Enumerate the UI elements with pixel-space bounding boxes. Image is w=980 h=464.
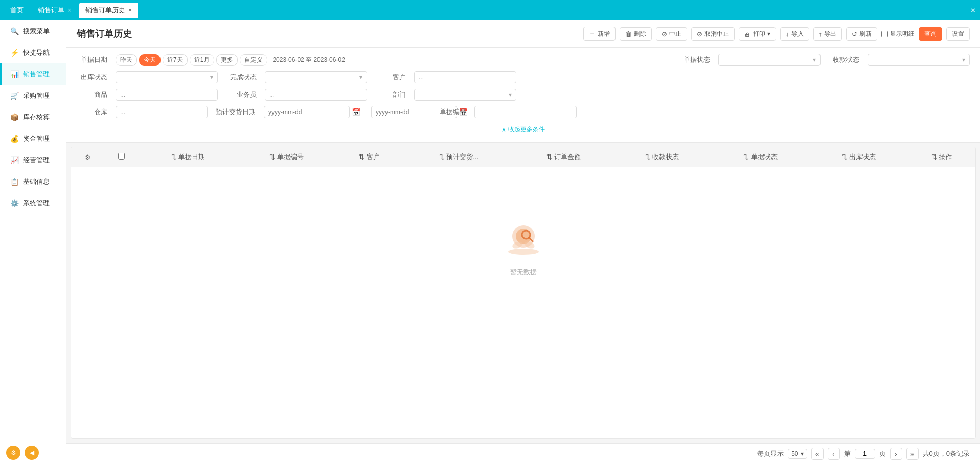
delivery-date-from-input[interactable] — [264, 106, 350, 118]
warehouse-select[interactable]: ... — [116, 106, 208, 118]
first-page-btn[interactable]: « — [811, 448, 824, 460]
first-page-icon: « — [815, 450, 819, 458]
sidebar-label-sales-mgmt: 销售管理 — [23, 70, 50, 79]
tab-home[interactable]: 首页 — [4, 3, 30, 18]
tab-label-home: 首页 — [10, 6, 24, 15]
date-btn-today[interactable]: 今天 — [139, 54, 161, 66]
select-all-checkbox[interactable] — [118, 153, 125, 160]
th-label-delivery-date: ⇅ 预计交货... — [439, 153, 478, 161]
query-button[interactable]: 查询 — [919, 27, 942, 41]
settings-button[interactable]: 设置 — [946, 27, 970, 41]
toolbar-btn-icon-import: ↓ — [786, 30, 789, 38]
sidebar-icon-purchase-mgmt: 🛒 — [10, 91, 19, 100]
toolbar-btn-print[interactable]: 🖨打印▾ — [739, 27, 776, 41]
out-status-select[interactable]: ▾ — [116, 71, 218, 83]
sidebar-label-quick-nav: 快捷导航 — [23, 48, 50, 57]
th-order-amount: ⇅ 订单金额 — [514, 147, 612, 167]
sidebar-item-finance[interactable]: 💰 资金管理 — [0, 128, 66, 149]
date-btn-last7days[interactable]: 近7天 — [163, 54, 188, 66]
complete-status-label: 完成状态 — [226, 73, 257, 82]
tab-sales-order[interactable]: 销售订单× — [32, 3, 77, 18]
close-window-icon[interactable]: ✕ — [970, 7, 976, 14]
page-title-row: 销售订单历史 ＋新增🗑删除⊘中止⊘取消中止🖨打印▾↓导入↑导出↺刷新 显示明细 … — [77, 27, 970, 41]
out-status-label: 出库状态 — [77, 73, 107, 82]
th-settings[interactable]: ⚙ — [71, 147, 104, 167]
collapse-text: 收起更多条件 — [508, 125, 545, 134]
toolbar-btn-label-refresh: 刷新 — [859, 30, 872, 38]
page-label-prefix: 第 — [844, 449, 851, 458]
table-container: ⚙⇅ 单据日期⇅ 单据编号⇅ 客户⇅ 预计交货...⇅ 订单金额⇅ 收款状态⇅ … — [71, 147, 976, 439]
toolbar-btn-stop[interactable]: ⊘中止 — [656, 27, 687, 41]
sidebar-item-search-menu[interactable]: 🔍 搜索菜单 — [0, 20, 66, 42]
per-page-select[interactable]: 50 ▾ — [788, 449, 807, 459]
toolbar: ＋新增🗑删除⊘中止⊘取消中止🖨打印▾↓导入↑导出↺刷新 显示明细 查询设置 — [583, 27, 970, 41]
prev-page-btn[interactable]: ‹ — [828, 448, 840, 460]
th-out-status: ⇅ 出库状态 — [810, 147, 908, 167]
sidebar-item-purchase-mgmt[interactable]: 🛒 采购管理 — [0, 85, 66, 106]
last-page-btn[interactable]: » — [906, 448, 919, 460]
page-title: 销售订单历史 — [77, 28, 132, 40]
bill-no-input[interactable] — [474, 106, 577, 118]
department-select[interactable]: ▾ — [414, 89, 516, 101]
collapse-btn[interactable]: ∧ 收起更多条件 — [77, 123, 970, 136]
sidebar-item-operations[interactable]: 📈 经营管理 — [0, 149, 66, 171]
date-btn-last1month[interactable]: 近1月 — [190, 54, 215, 66]
date-label: 单据日期 — [77, 55, 107, 64]
sidebar-item-basic-info[interactable]: 📋 基础信息 — [0, 171, 66, 192]
date-btn-group: 昨天今天近7天近1月更多自定义 — [116, 54, 267, 66]
complete-status-arrow-icon: ▾ — [359, 74, 362, 81]
toolbar-btn-icon-print: 🖨 — [744, 30, 751, 38]
display-detail-label[interactable]: 显示明细 — [881, 30, 915, 38]
receipt-status-select[interactable]: ▾ — [868, 54, 970, 66]
last-page-icon: » — [910, 450, 914, 458]
customer-label: 客户 — [375, 73, 406, 82]
filter-row-4: 仓库 ... 预计交货日期 📅 — 📅 单据编号 — [77, 106, 970, 118]
table-header-row: ⚙⇅ 单据日期⇅ 单据编号⇅ 客户⇅ 预计交货...⇅ 订单金额⇅ 收款状态⇅ … — [71, 147, 975, 167]
customer-placeholder: ... — [419, 74, 424, 81]
customer-select[interactable]: ... — [414, 71, 516, 83]
display-detail-checkbox[interactable] — [881, 31, 888, 37]
sidebar-collapse-icon[interactable]: ◀ — [25, 446, 39, 460]
toolbar-btn-import[interactable]: ↓导入 — [780, 27, 809, 41]
salesperson-select[interactable]: ... — [265, 89, 367, 101]
date-btn-more[interactable]: 更多 — [216, 54, 238, 66]
toolbar-btn-cancel-stop[interactable]: ⊘取消中止 — [691, 27, 735, 41]
delivery-date-from-calendar-icon[interactable]: 📅 — [352, 108, 360, 116]
sidebar-icon-system-mgmt: ⚙️ — [10, 198, 19, 208]
sidebar-item-sales-mgmt[interactable]: 📊 销售管理 — [0, 63, 66, 85]
tab-label-sales-order-history: 销售订单历史 — [85, 6, 125, 15]
date-btn-yesterday[interactable]: 昨天 — [116, 54, 137, 66]
collapse-icon: ∧ — [502, 126, 506, 134]
sidebar-item-system-mgmt[interactable]: ⚙️ 系统管理 — [0, 192, 66, 214]
page-number-input[interactable] — [855, 449, 875, 459]
toolbar-btn-label-stop: 中止 — [669, 30, 681, 38]
date-btn-custom[interactable]: 自定义 — [240, 54, 267, 66]
th-check[interactable] — [104, 147, 139, 167]
complete-status-select[interactable]: ▾ — [265, 71, 367, 83]
th-label-receipt-status: ⇅ 收款状态 — [645, 153, 679, 161]
toolbar-btn-refresh[interactable]: ↺刷新 — [846, 27, 877, 41]
tab-sales-order-history[interactable]: 销售订单历史× — [79, 3, 138, 18]
toolbar-btn-delete[interactable]: 🗑删除 — [620, 27, 652, 41]
th-actions: ⇅ 操作 — [908, 147, 975, 167]
sidebar-label-inventory: 库存核算 — [23, 113, 50, 122]
sidebar-label-operations: 经营管理 — [23, 156, 50, 165]
page-header: 销售订单历史 ＋新增🗑删除⊘中止⊘取消中止🖨打印▾↓导入↑导出↺刷新 显示明细 … — [66, 20, 980, 48]
tab-close-sales-order-history[interactable]: × — [128, 7, 132, 14]
delivery-date-label: 预计交货日期 — [216, 107, 256, 117]
th-receipt-status: ⇅ 收款状态 — [613, 147, 711, 167]
sidebar-icon-quick-nav: ⚡ — [10, 48, 19, 57]
toolbar-btn-label-export: 导出 — [824, 30, 836, 38]
sidebar-settings-icon[interactable]: ⚙ — [6, 446, 20, 460]
toolbar-btn-export[interactable]: ↑导出 — [813, 27, 842, 41]
toolbar-btn-new[interactable]: ＋新增 — [583, 27, 616, 41]
bill-status-select[interactable]: ▾ — [718, 54, 821, 66]
goods-select[interactable]: ... — [116, 89, 218, 101]
filter-row-3: 商品 ... 业务员 ... 部门 ▾ — [77, 89, 970, 101]
tab-close-sales-order[interactable]: × — [67, 7, 71, 14]
next-page-btn[interactable]: › — [890, 448, 902, 460]
sidebar-item-quick-nav[interactable]: ⚡ 快捷导航 — [0, 42, 66, 63]
sidebar-item-inventory[interactable]: 📦 库存核算 — [0, 106, 66, 128]
settings-col-icon[interactable]: ⚙ — [85, 153, 91, 161]
th-customer: ⇅ 客户 — [336, 147, 403, 167]
